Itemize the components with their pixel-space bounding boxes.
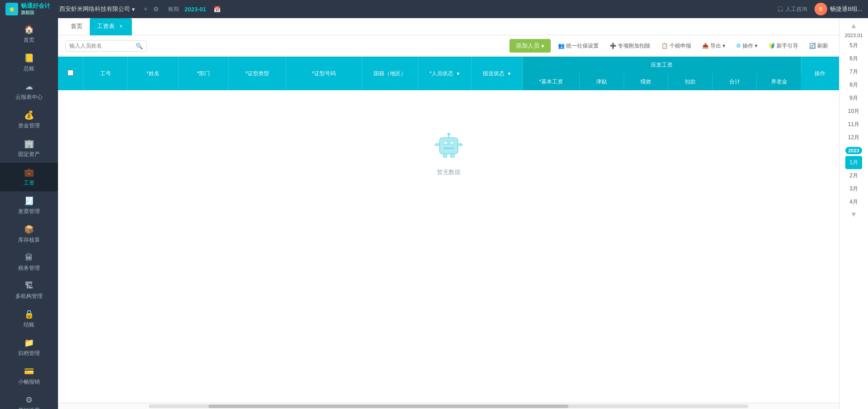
th-checkbox[interactable] [58, 57, 83, 90]
expense-icon: 💳 [24, 366, 34, 376]
th-report[interactable]: 报送状态 ▼ [472, 57, 523, 90]
user-label: 畅捷通B组... [830, 5, 863, 13]
svg-rect-8 [443, 154, 447, 157]
sidebar-label-ledger: 总账 [24, 65, 34, 73]
scrollbar-thumb[interactable] [209, 404, 568, 408]
period-label: 账期 [168, 5, 179, 13]
sidebar-item-home[interactable]: 🏠 首页 [0, 20, 58, 49]
select-all-checkbox[interactable] [68, 70, 73, 76]
month-item-2023-01[interactable]: 1月 [845, 156, 862, 169]
sidebar-item-archive[interactable]: 📁 归档管理 [0, 333, 58, 362]
scroll-up-button[interactable]: ▲ [849, 20, 859, 32]
operations-action[interactable]: ⚙ 操作 ▾ [732, 40, 761, 52]
report-filter-icon[interactable]: ▼ [507, 71, 512, 76]
invoice-icon: 🧾 [24, 196, 34, 206]
tab-payroll-tab[interactable]: 工资表× [90, 18, 132, 35]
sidebar-item-fund[interactable]: 💰 资金管理 [0, 106, 58, 134]
company-dropdown-icon[interactable]: ▾ [132, 6, 135, 13]
sidebar-label-expense: 小畅报销 [18, 378, 40, 386]
sidebar-item-invoice[interactable]: 🧾 发票管理 [0, 191, 58, 220]
year-2023-badge: 2023 [845, 147, 862, 154]
month-item-2022-12[interactable]: 12月 [845, 131, 862, 144]
logo-sub-text: 旗舰版 [21, 10, 50, 16]
top-bar-icons: ＋ ⚙ [142, 5, 159, 13]
top-bar-right: 🎧 人工咨询 B 畅捷通B组... [777, 3, 863, 15]
search-input[interactable] [69, 43, 133, 49]
fixed-assets-icon: 🏢 [24, 139, 34, 149]
scroll-down-button[interactable]: ▼ [849, 209, 859, 220]
add-person-button[interactable]: 添加人员 ▾ [509, 39, 551, 53]
th-cert-type: *证型类型 [229, 57, 286, 90]
tab-home-tab[interactable]: 首页 [63, 18, 90, 35]
calendar-icon[interactable]: 📅 [213, 6, 221, 13]
month-item-2022-08[interactable]: 8月 [845, 78, 862, 92]
th-nation: 国籍（地区） [362, 57, 418, 90]
period-value[interactable]: 2023-01 [184, 6, 206, 13]
company-selector[interactable]: 西安虾米网络科技有限公司 ▾ [59, 5, 135, 13]
guide-action[interactable]: 🔰 新手引导 [765, 40, 802, 52]
search-icon[interactable]: 🔍 [136, 43, 143, 49]
sidebar-item-fixed-assets[interactable]: 🏢 固定资产 [0, 134, 58, 163]
sidebar-item-settings[interactable]: ⚙ 基础设置 [0, 390, 58, 409]
th-base-wage: *基本工资 [523, 73, 580, 90]
main-layout: 🏠 首页 📒 总账 ☁ 云报表中心 💰 资金管理 🏢 固定资产 💼 工资 🧾 发… [0, 18, 868, 409]
th-cert-no: *证型号码 [286, 57, 362, 90]
sidebar-label-multi-org: 多机构管理 [15, 292, 43, 300]
empty-text: 暂无数据 [437, 168, 461, 176]
scrollbar-track[interactable] [149, 404, 748, 408]
tab-close-payroll-tab[interactable]: × [117, 23, 125, 30]
refresh-action[interactable]: 🔄 刷新 [805, 40, 832, 52]
th-total: 合计 [713, 73, 757, 90]
tax-icon: 🏛 [25, 253, 33, 263]
add-icon[interactable]: ＋ [142, 5, 149, 13]
special-deduct-action[interactable]: ➕ 专项附加扣除 [606, 40, 654, 52]
personal-tax-action[interactable]: 📋 个税申报 [658, 40, 695, 52]
svg-point-5 [447, 133, 450, 136]
sidebar-item-cloud-report[interactable]: ☁ 云报表中心 [0, 77, 58, 106]
social-settings-action[interactable]: 👥 统一社保设置 [554, 40, 602, 52]
status-filter-icon[interactable]: ▼ [456, 71, 461, 76]
export-dropdown-icon: ▾ [723, 43, 725, 49]
th-name: *姓名 [128, 57, 179, 90]
user-menu[interactable]: B 畅捷通B组... [815, 3, 863, 15]
settings-icon[interactable]: ⚙ [153, 5, 159, 13]
month-item-2023-03[interactable]: 3月 [845, 182, 862, 195]
operations-label: 操作 [742, 42, 753, 50]
personal-tax-icon: 📋 [661, 43, 668, 49]
month-item-2022-05[interactable]: 5月 [845, 39, 862, 52]
export-icon: 📤 [702, 43, 709, 49]
empty-icon [431, 127, 467, 163]
export-action[interactable]: 📤 导出 ▾ [698, 40, 729, 52]
payroll-icon: 💼 [24, 167, 34, 177]
th-status[interactable]: *人员状态 ▼ [418, 57, 472, 90]
sidebar-label-payroll: 工资 [24, 179, 34, 187]
month-item-2022-11[interactable]: 11月 [845, 118, 862, 131]
add-dropdown-icon: ▾ [541, 43, 544, 49]
month-item-2022-10[interactable]: 10月 [845, 105, 862, 118]
sidebar-item-tax[interactable]: 🏛 税务管理 [0, 248, 58, 277]
sidebar-item-ledger[interactable]: 📒 总账 [0, 49, 58, 77]
company-name: 西安虾米网络科技有限公司 [59, 5, 130, 13]
tab-label-home-tab: 首页 [71, 22, 82, 30]
inventory-icon: 📦 [24, 224, 34, 234]
month-item-2023-02[interactable]: 2月 [845, 169, 862, 182]
th-ops: 操作 [801, 57, 839, 90]
sidebar-label-invoice: 发票管理 [18, 208, 40, 215]
app-logo: 🌟 畅通好会计 旗舰版 [5, 2, 50, 16]
support-button[interactable]: 🎧 人工咨询 [777, 5, 807, 13]
month-item-2022-06[interactable]: 6月 [845, 52, 862, 65]
sidebar-item-close[interactable]: 🔒 结账 [0, 305, 58, 333]
month-item-2022-09[interactable]: 9月 [845, 92, 862, 105]
sidebar-item-inventory[interactable]: 📦 库存核算 [0, 220, 58, 248]
th-pension: 养老金 [756, 73, 801, 90]
logo-text-wrap: 畅通好会计 旗舰版 [21, 2, 50, 16]
month-item-2023-04[interactable]: 4月 [845, 195, 862, 209]
bottom-scrollbar[interactable] [58, 403, 839, 409]
month-item-2022-07[interactable]: 7月 [845, 65, 862, 78]
sidebar-label-close: 结账 [24, 321, 34, 329]
sidebar-item-payroll[interactable]: 💼 工资 [0, 163, 58, 191]
sidebar-item-expense[interactable]: 💳 小畅报销 [0, 362, 58, 390]
sidebar-item-multi-org[interactable]: 🏗 多机构管理 [0, 277, 58, 305]
personal-tax-label: 个税申报 [669, 42, 691, 50]
sidebar-label-cloud-report: 云报表中心 [15, 93, 43, 101]
